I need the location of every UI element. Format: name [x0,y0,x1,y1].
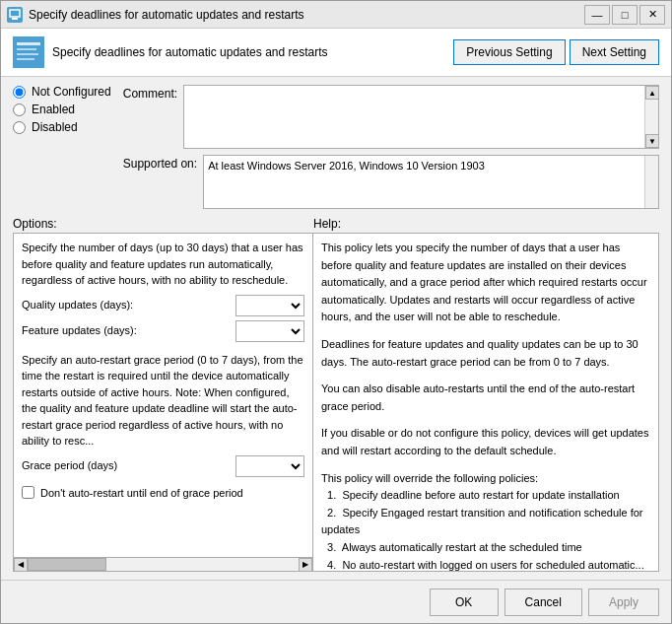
svg-rect-3 [17,42,40,45]
previous-setting-button[interactable]: Previous Setting [453,39,565,65]
svg-rect-1 [12,18,18,20]
svg-rect-5 [17,53,38,55]
options-scroll-right[interactable]: ▶ [299,558,312,572]
main-panels: Specify the number of days (up to 30 day… [13,233,659,572]
svg-rect-4 [17,48,36,50]
options-scroll-thumb[interactable] [28,558,106,571]
svg-rect-2 [13,36,44,68]
header-title: Specify deadlines for automatic updates … [52,45,328,59]
title-controls: — □ ✕ [584,5,665,25]
window-icon [7,7,23,23]
ok-button[interactable]: OK [430,589,499,616]
help-para-1: This policy lets you specify the number … [321,240,650,326]
options-h-scrollbar: ◀ ▶ [14,557,312,571]
help-para-3: You can also disable auto-restarts until… [321,381,650,415]
comment-textarea[interactable] [184,86,658,148]
quality-label: Quality updates (days): [22,297,230,313]
grace-label: Grace period (days) [22,457,230,474]
comment-scroll-up[interactable]: ▲ [645,86,659,100]
radio-section: Not Configured Enabled Disabled [13,85,111,201]
supported-value: At least Windows Server 2016, Windows 10… [208,160,485,172]
comment-scroll-track [645,100,658,134]
options-scroll-left[interactable]: ◀ [14,558,28,572]
svg-rect-6 [17,58,34,60]
options-inner: Specify the number of days (up to 30 day… [22,240,304,501]
options-label-container: Options: [13,217,313,231]
supported-field: At least Windows Server 2016, Windows 10… [203,155,659,209]
grace-select[interactable] [235,455,304,477]
comment-scrollbar: ▲ ▼ [644,86,658,148]
help-content: This policy lets you specify the number … [313,234,658,571]
options-panel: Specify the number of days (up to 30 day… [13,233,313,572]
auto-restart-checkbox[interactable] [22,486,34,499]
feature-field-row: Feature updates (days): [22,320,304,342]
title-bar: Specify deadlines for automatic updates … [1,1,671,29]
help-para-4: If you disable or do not configure this … [321,425,650,459]
enabled-radio[interactable]: Enabled [13,103,111,116]
help-panel: This policy lets you specify the number … [313,233,659,572]
options-content: Specify the number of days (up to 30 day… [14,234,312,557]
quality-feature-section: Specify the number of days (up to 30 day… [22,240,304,342]
grace-intro-text: Specify an auto-restart grace period (0 … [22,352,304,450]
feature-label: Feature updates (days): [22,322,230,339]
header-buttons: Previous Setting Next Setting [453,39,659,65]
comment-label: Comment: [123,85,177,101]
options-scroll-track [28,558,299,571]
comment-field-wrapper: ▲ ▼ [183,85,659,149]
apply-button[interactable]: Apply [588,589,659,616]
feature-select[interactable] [235,320,304,342]
close-button[interactable]: ✕ [639,5,665,25]
svg-rect-0 [10,10,20,17]
options-label: Options: [13,217,57,231]
options-intro-text: Specify the number of days (up to 30 day… [22,240,304,289]
policy-icon [13,36,44,68]
grace-field-row: Grace period (days) [22,455,304,477]
grace-period-section: Specify an auto-restart grace period (0 … [22,352,304,502]
maximize-button[interactable]: □ [612,5,638,25]
help-para-2: Deadlines for feature updates and qualit… [321,336,650,371]
supported-label: Supported on: [123,155,197,171]
cancel-button[interactable]: Cancel [504,589,582,616]
supported-scrollbar [644,156,658,208]
auto-restart-checkbox-row: Don't auto-restart until end of grace pe… [22,485,304,502]
header-left: Specify deadlines for automatic updates … [13,36,328,68]
main-window: Specify deadlines for automatic updates … [0,0,672,624]
auto-restart-label: Don't auto-restart until end of grace pe… [40,485,243,502]
comment-scroll-down[interactable]: ▼ [645,134,659,148]
quality-select[interactable] [235,295,304,316]
help-para-5: This policy will override the following … [321,470,650,571]
help-label-container: Help: [313,217,659,231]
minimize-button[interactable]: — [584,5,610,25]
section-labels: Options: Help: [13,217,659,231]
supported-row: Supported on: At least Windows Server 20… [123,155,659,209]
not-configured-radio[interactable]: Not Configured [13,85,111,99]
right-fields: Comment: ▲ ▼ Supported on: At least Wind… [123,85,659,209]
quality-field-row: Quality updates (days): [22,295,304,316]
header-section: Specify deadlines for automatic updates … [1,29,671,77]
comment-row: Comment: ▲ ▼ [123,85,659,149]
title-bar-left: Specify deadlines for automatic updates … [7,7,304,23]
help-label: Help: [313,217,341,231]
footer: OK Cancel Apply [1,580,671,623]
disabled-radio[interactable]: Disabled [13,120,111,134]
top-section: Not Configured Enabled Disabled Comment: [13,85,659,209]
window-title: Specify deadlines for automatic updates … [29,8,304,22]
content-area: Not Configured Enabled Disabled Comment: [1,77,671,580]
next-setting-button[interactable]: Next Setting [570,39,659,65]
